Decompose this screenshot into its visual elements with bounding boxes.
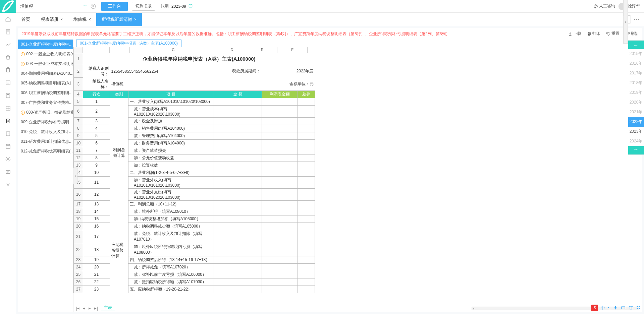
value-cell[interactable]	[262, 256, 298, 263]
value-cell[interactable]	[214, 169, 262, 176]
value-cell[interactable]	[298, 117, 315, 125]
value-cell[interactable]	[262, 147, 298, 154]
table-row[interactable]: 62减：营业成本(填写A102010\102020\103000)	[74, 105, 315, 117]
table-row[interactable]: 1814应纳税所得额计算减：境外所得（填写A108010）	[74, 208, 315, 215]
value-cell[interactable]	[298, 188, 315, 200]
nav-settings-icon[interactable]	[0, 153, 16, 166]
value-cell[interactable]	[262, 98, 298, 105]
tab[interactable]: 首页	[16, 13, 36, 26]
calendar-icon[interactable]	[188, 3, 193, 9]
formlist-item[interactable]: 005-纳税调整项目明细表(A1...	[18, 78, 73, 88]
ime-tools-icon[interactable]	[636, 305, 641, 311]
table-row[interactable]: 139加：投资收益	[74, 162, 315, 169]
year-option[interactable]: 2017年	[628, 68, 644, 78]
formlist-item[interactable]: 004-期间费用明细表(A1040...	[18, 69, 73, 78]
company-selector[interactable]: 增值税 ﹀	[20, 3, 87, 9]
value-cell[interactable]	[214, 286, 262, 293]
table-row[interactable]: 1713三、利润总额（10+11-12)	[74, 200, 315, 208]
value-cell[interactable]	[262, 286, 298, 293]
user-menu[interactable]: 徐泽华	[619, 3, 640, 10]
value-cell[interactable]	[214, 147, 262, 154]
column-header[interactable]	[83, 47, 110, 53]
sheet-nav-prev[interactable]: ◂	[83, 306, 85, 311]
value-cell[interactable]	[214, 162, 262, 169]
value-cell[interactable]	[214, 215, 262, 223]
value-cell[interactable]	[298, 200, 315, 208]
value-cell[interactable]	[214, 223, 262, 230]
value-cell[interactable]	[298, 176, 315, 188]
nav-tax-icon[interactable]: 税	[0, 115, 16, 127]
value-cell[interactable]	[298, 256, 315, 263]
value-cell[interactable]	[262, 132, 298, 139]
nav-v-icon[interactable]	[0, 178, 16, 191]
value-cell[interactable]	[262, 117, 298, 125]
tab[interactable]: 税表清册×	[36, 13, 68, 26]
formlist-item[interactable]: 011-研发费用加计扣除优惠...	[18, 137, 73, 146]
formlist-item[interactable]: !008-资产折旧、摊销及纳税...	[18, 108, 73, 117]
value-cell[interactable]	[298, 139, 315, 147]
value-cell[interactable]	[298, 162, 315, 169]
value-cell[interactable]	[214, 208, 262, 215]
value-cell[interactable]	[298, 132, 315, 139]
value-cell[interactable]	[298, 223, 315, 230]
table-row[interactable]: 2521减：弥补以前年度亏损（填写A106000）	[74, 271, 315, 278]
value-cell[interactable]	[214, 243, 262, 256]
value-cell[interactable]	[298, 278, 315, 286]
formlist-item[interactable]: 010-免税、减计收入及加计...	[18, 127, 73, 137]
value-cell[interactable]	[298, 271, 315, 278]
value-cell[interactable]	[214, 105, 262, 117]
formlist-item[interactable]: 006-职工薪酬纳税调整明细...	[18, 88, 73, 98]
year-up-button[interactable]: ︽	[628, 41, 644, 49]
value-cell[interactable]	[298, 154, 315, 162]
value-cell[interactable]	[214, 132, 262, 139]
value-cell[interactable]	[214, 271, 262, 278]
close-icon[interactable]: ×	[89, 17, 91, 22]
value-cell[interactable]	[262, 176, 298, 188]
formlist-item[interactable]: 009-企业所得税弥补亏损明...	[18, 117, 73, 127]
nav-bag-icon[interactable]	[0, 51, 16, 64]
value-cell[interactable]	[214, 117, 262, 125]
value-cell[interactable]	[262, 278, 298, 286]
value-cell[interactable]	[214, 263, 262, 271]
year-down-button[interactable]: ︾	[628, 146, 644, 154]
nav-grid-icon[interactable]	[0, 102, 16, 115]
sheet-tab-main[interactable]: 主表	[101, 305, 115, 311]
table-row[interactable]: 95减：管理费用(填写A104000)	[74, 132, 315, 139]
formlist-item[interactable]: 012-减免所得税优惠明细表(...	[18, 146, 73, 156]
formlist-item[interactable]: !003-一般企业成本支出明细...	[18, 59, 73, 69]
value-cell[interactable]	[262, 200, 298, 208]
value-cell[interactable]	[214, 98, 262, 105]
sheet-nav-first[interactable]: |◂	[76, 306, 79, 311]
ime-keyboard-icon[interactable]	[621, 305, 626, 311]
value-cell[interactable]	[298, 230, 315, 243]
nav-video-icon[interactable]	[0, 166, 16, 178]
nav-home-icon[interactable]	[0, 13, 16, 25]
period-value[interactable]: 2023-09	[171, 4, 186, 9]
formlist-item[interactable]: 001-企业所得税年度纳税申...	[18, 40, 73, 49]
year-option[interactable]: 2020年	[628, 98, 644, 107]
value-cell[interactable]	[298, 169, 315, 176]
value-cell[interactable]	[262, 215, 298, 223]
ime-punct-icon[interactable]: •,	[608, 306, 610, 310]
value-cell[interactable]	[298, 286, 315, 293]
note-icon-button[interactable]	[89, 2, 98, 11]
column-header[interactable]: C	[130, 47, 217, 53]
workbench-button[interactable]: 工作台	[101, 2, 128, 11]
value-cell[interactable]	[214, 154, 262, 162]
value-cell[interactable]	[262, 243, 298, 256]
column-header[interactable]: D	[217, 47, 247, 53]
value-cell[interactable]	[298, 243, 315, 256]
table-row[interactable]: 1511加：营业外收入(填写A101010\101020\103000)	[74, 176, 315, 188]
nav-doc-icon[interactable]	[0, 25, 16, 38]
table-row[interactable]: 128加：公允价值变动收益	[74, 154, 315, 162]
value-cell[interactable]	[214, 200, 262, 208]
table-row[interactable]: 84减：销售费用(填写A104000)	[74, 125, 315, 132]
value-cell[interactable]	[298, 147, 315, 154]
value-cell[interactable]	[214, 139, 262, 147]
year-option[interactable]: 2018年	[628, 78, 644, 88]
year-option[interactable]: 2022年	[628, 117, 644, 127]
old-version-button[interactable]: 切到旧版	[132, 2, 155, 11]
value-cell[interactable]	[262, 162, 298, 169]
ime-mic-icon[interactable]	[613, 305, 618, 311]
column-header[interactable]: E	[247, 47, 277, 53]
